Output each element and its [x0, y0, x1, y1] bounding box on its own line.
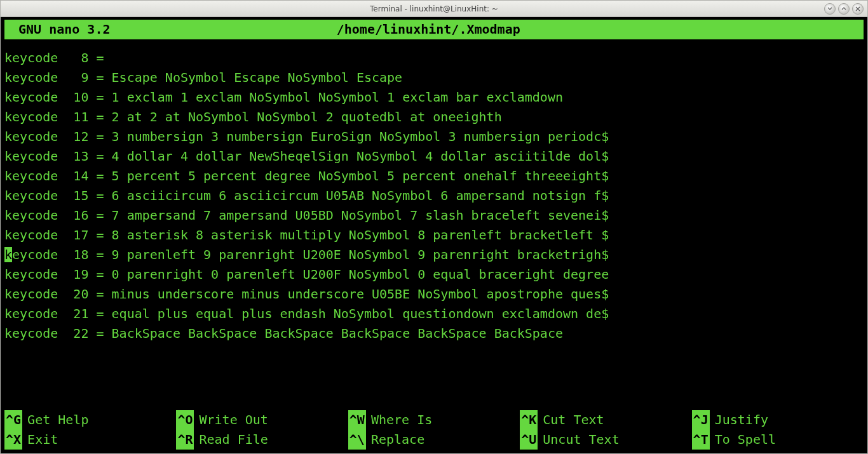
- editor-line: keycode 14 = 5 percent 5 percent degree …: [4, 166, 864, 186]
- editor-line: keycode 13 = 4 dollar 4 dollar NewSheqel…: [4, 147, 864, 166]
- shortcut-key: ^U: [520, 430, 538, 450]
- editor-line: keycode 21 = equal plus equal plus endas…: [4, 304, 864, 324]
- shortcut-item: ^OWrite Out: [176, 410, 348, 430]
- shortcut-item: ^XExit: [4, 430, 176, 450]
- shortcut-key: ^O: [176, 410, 194, 430]
- terminal-area[interactable]: GNU nano 3.2 /home/linuxhint/.Xmodmap ke…: [1, 17, 867, 453]
- shortcut-item: ^JJustify: [692, 410, 864, 430]
- close-button[interactable]: [852, 3, 864, 15]
- shortcut-item: ^KCut Text: [520, 410, 691, 430]
- shortcut-key: ^K: [520, 410, 538, 430]
- shortcut-item: ^RRead File: [176, 430, 348, 450]
- shortcut-key: ^J: [692, 410, 710, 430]
- shortcut-label: Get Help: [27, 410, 88, 430]
- shortcut-item: ^UUncut Text: [520, 430, 691, 450]
- shortcut-label: Replace: [371, 430, 424, 450]
- editor-line: keycode 12 = 3 numbersign 3 numbersign E…: [4, 127, 864, 147]
- shortcut-label: To Spell: [715, 430, 776, 450]
- window-title: Terminal - linuxhint@LinuxHint: ~: [370, 4, 498, 13]
- nano-header: GNU nano 3.2 /home/linuxhint/.Xmodmap: [4, 20, 864, 39]
- editor-line: keycode 17 = 8 asterisk 8 asterisk multi…: [4, 225, 864, 245]
- shortcut-item: ^TTo Spell: [692, 430, 864, 450]
- shortcut-item: ^WWhere Is: [348, 410, 520, 430]
- shortcut-key: ^T: [692, 430, 710, 450]
- editor-line: keycode 8 =: [4, 48, 864, 68]
- shortcut-label: Where Is: [371, 410, 432, 430]
- nano-shortcuts: ^GGet Help^OWrite Out^WWhere Is^KCut Tex…: [4, 410, 864, 450]
- shortcut-key: ^\: [348, 430, 366, 450]
- shortcut-key: ^W: [348, 410, 366, 430]
- maximize-button[interactable]: [838, 3, 850, 15]
- shortcut-label: Cut Text: [543, 410, 604, 430]
- editor-line: keycode 9 = Escape NoSymbol Escape NoSym…: [4, 68, 864, 88]
- editor-line: keycode 15 = 6 asciicircum 6 asciicircum…: [4, 186, 864, 206]
- editor-line: keycode 10 = 1 exclam 1 exclam NoSymbol …: [4, 88, 864, 107]
- nano-filepath: /home/linuxhint/.Xmodmap: [111, 20, 862, 39]
- shortcut-item: ^\Replace: [348, 430, 520, 450]
- text-cursor: k: [4, 247, 12, 262]
- titlebar: Terminal - linuxhint@LinuxHint: ~: [1, 1, 867, 17]
- window-buttons: [824, 3, 864, 15]
- editor-content[interactable]: keycode 8 =keycode 9 = Escape NoSymbol E…: [4, 48, 864, 406]
- shortcut-key: ^R: [176, 430, 194, 450]
- terminal-window: Terminal - linuxhint@LinuxHint: ~ GNU na…: [0, 0, 868, 454]
- nano-version: GNU nano 3.2: [7, 20, 111, 39]
- shortcut-label: Exit: [27, 430, 58, 450]
- minimize-button[interactable]: [824, 3, 836, 15]
- editor-line: keycode 22 = BackSpace BackSpace BackSpa…: [4, 324, 864, 344]
- shortcut-key: ^G: [4, 410, 22, 430]
- shortcut-item: ^GGet Help: [4, 410, 176, 430]
- shortcut-label: Uncut Text: [543, 430, 619, 450]
- shortcut-label: Read File: [199, 430, 268, 450]
- shortcut-key: ^X: [4, 430, 22, 450]
- shortcut-label: Write Out: [199, 410, 268, 430]
- editor-line: keycode 18 = 9 parenleft 9 parenright U2…: [4, 245, 864, 265]
- editor-line: keycode 11 = 2 at 2 at NoSymbol NoSymbol…: [4, 107, 864, 127]
- editor-line: keycode 16 = 7 ampersand 7 ampersand U05…: [4, 206, 864, 225]
- editor-line: keycode 19 = 0 parenright 0 parenleft U2…: [4, 265, 864, 284]
- editor-line: keycode 20 = minus underscore minus unde…: [4, 284, 864, 304]
- shortcut-label: Justify: [715, 410, 768, 430]
